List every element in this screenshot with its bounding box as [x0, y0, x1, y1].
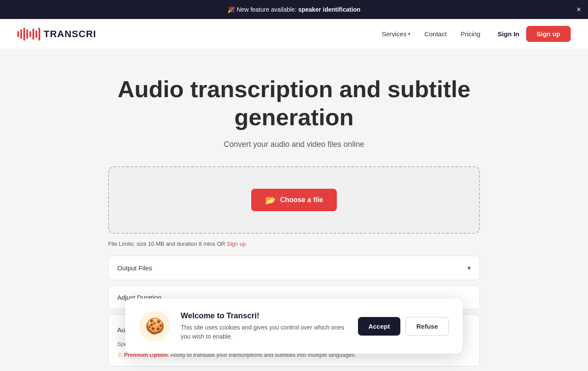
nav-pricing-link[interactable]: Pricing — [460, 30, 480, 38]
output-files-label: Output Files — [117, 264, 152, 272]
logo-text: TRANSCRI — [44, 29, 96, 40]
file-upload-area[interactable]: 📂 Choose a file — [108, 166, 480, 234]
banner-emoji: 🎉 — [227, 6, 235, 13]
nav-contact-link[interactable]: Contact — [424, 30, 447, 38]
cookie-text: Welcome to Transcri! This site uses cook… — [181, 311, 348, 341]
logo-link[interactable]: TRANSCRI — [17, 26, 96, 42]
output-files-row[interactable]: Output Files ▾ — [108, 256, 480, 280]
banner-prefix: New feature available: — [236, 6, 298, 13]
banner-highlight: speaker identification — [298, 6, 361, 13]
banner-text: 🎉 New feature available: speaker identif… — [7, 6, 581, 13]
cookie-banner: 🍪 Welcome to Transcri! This site uses co… — [125, 298, 463, 354]
cookie-title: Welcome to Transcri! — [181, 311, 348, 320]
sign-up-button[interactable]: Sign up — [526, 26, 571, 42]
nav-links: Services ▾ Contact Pricing — [382, 30, 480, 38]
choose-file-button[interactable]: 📂 Choose a file — [251, 189, 337, 211]
nav-services-link[interactable]: Services ▾ — [382, 30, 411, 38]
file-limits-text: File Limits: size 10 MB and duration 8 m… — [108, 241, 480, 247]
choose-file-label: Choose a file — [280, 196, 323, 204]
services-chevron-icon: ▾ — [408, 32, 410, 36]
logo-waves-icon — [17, 26, 40, 42]
announcement-banner: 🎉 New feature available: speaker identif… — [0, 0, 588, 19]
accept-cookies-button[interactable]: Accept — [358, 317, 400, 336]
navbar: TRANSCRI Services ▾ Contact Pricing Sign… — [0, 19, 588, 49]
sign-in-button[interactable]: Sign In — [498, 30, 519, 38]
warning-icon: ⚠ — [117, 352, 122, 358]
cookie-actions: Accept Refuse — [358, 317, 449, 336]
close-banner-button[interactable]: × — [576, 6, 581, 13]
file-limits-signup-link[interactable]: Sign up — [227, 241, 246, 247]
output-files-chevron-icon: ▾ — [467, 264, 471, 272]
refuse-cookies-button[interactable]: Refuse — [406, 317, 449, 336]
folder-icon: 📂 — [265, 195, 276, 205]
nav-actions: Sign In Sign up — [498, 26, 571, 42]
cookie-icon: 🍪 — [139, 311, 170, 342]
hero-subtitle: Convert your audio and video files onlin… — [108, 140, 480, 149]
cookie-description: This site uses cookies and gives you con… — [181, 323, 348, 341]
hero-title: Audio transcription and subtitle generat… — [108, 75, 480, 131]
